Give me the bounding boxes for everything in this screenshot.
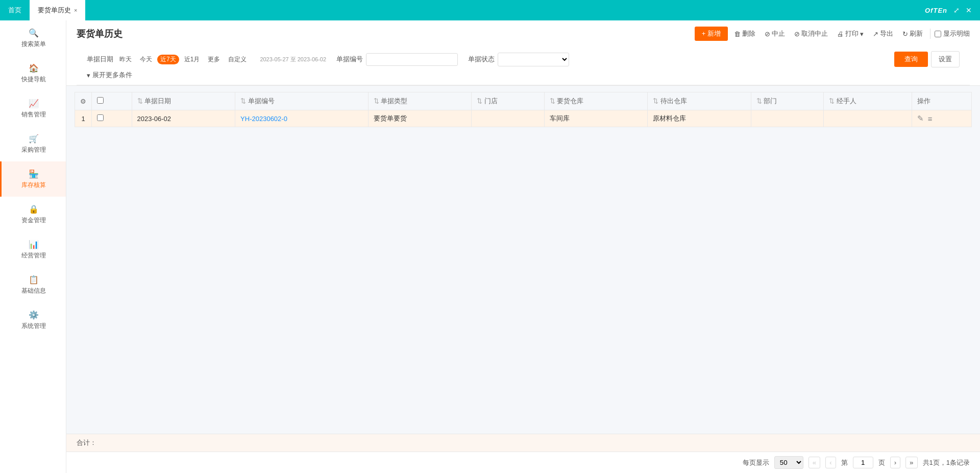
filter-area: 单据日期 昨天 今天 近7天 近1月 更多 自定义 2023-05-27 至 2… — [77, 46, 970, 85]
sort-icon-dept: ⇅ — [756, 97, 762, 105]
row-date: 2023-06-02 — [132, 110, 235, 127]
show-detail-checkbox-wrap[interactable]: 显示明细 — [935, 29, 970, 38]
refresh-icon: ↻ — [902, 30, 908, 38]
tab-purchase-history[interactable]: 要货单历史 × — [30, 0, 85, 20]
page-size-label: 每页显示 — [743, 458, 769, 467]
th-handler-label: 经手人 — [837, 97, 856, 105]
tab-home[interactable]: 首页 — [0, 0, 30, 20]
sidebar-item-inventory-label: 库存核算 — [21, 181, 46, 190]
last-page-button[interactable]: » — [905, 457, 917, 468]
clipboard-icon: 📋 — [29, 274, 39, 285]
date-btn-custom[interactable]: 自定义 — [225, 55, 250, 64]
first-page-button[interactable]: « — [808, 457, 820, 468]
date-btn-today[interactable]: 今天 — [137, 55, 155, 64]
sidebar-item-purchase-mgmt[interactable]: 🛒 采购管理 — [0, 126, 66, 161]
add-button[interactable]: + 新增 — [695, 27, 728, 41]
sidebar-item-quick-nav-label: 快捷导航 — [21, 75, 46, 84]
sidebar-item-finance-label: 资金管理 — [21, 216, 46, 225]
date-btn-1month[interactable]: 近1月 — [181, 55, 203, 64]
window-resize-icon[interactable]: ⤢ — [953, 6, 960, 14]
search-button[interactable]: 查询 — [894, 52, 928, 67]
th-date: ⇅ 单据日期 — [132, 92, 235, 110]
footer-label: 合计： — [77, 439, 96, 446]
th-req-warehouse: ⇅ 要货仓库 — [544, 92, 648, 110]
sidebar-item-sales-mgmt[interactable]: 📈 销售管理 — [0, 91, 66, 126]
tab-close-icon[interactable]: × — [74, 7, 77, 13]
page-header: 要货单历史 + 新增 🗑 删除 ⊘ 中止 ⊘ 取消中止 — [66, 20, 980, 86]
bill-no-input[interactable] — [366, 53, 458, 66]
th-handler: ⇅ 经手人 — [824, 92, 912, 110]
delete-button[interactable]: 🗑 删除 — [731, 27, 758, 40]
prev-page-button[interactable]: ‹ — [825, 457, 836, 468]
show-detail-checkbox[interactable] — [935, 31, 941, 37]
th-gear[interactable]: ⚙ — [75, 92, 92, 110]
sidebar-item-search-menu[interactable]: 🔍 搜索菜单 — [0, 20, 66, 56]
sidebar-item-quick-nav[interactable]: 🏠 快捷导航 — [0, 56, 66, 91]
page-size-select[interactable]: 50 10 20 100 — [774, 456, 803, 469]
status-select[interactable] — [498, 53, 569, 66]
cart-icon: 🛒 — [29, 133, 39, 144]
export-icon: ↗ — [873, 30, 878, 38]
next-page-button[interactable]: › — [890, 457, 900, 468]
sort-icon-billno: ⇅ — [240, 97, 246, 105]
row-dept — [751, 110, 823, 127]
date-btn-7days[interactable]: 近7天 — [157, 55, 179, 64]
page-title-row: 要货单历史 + 新增 🗑 删除 ⊘ 中止 ⊘ 取消中止 — [77, 27, 970, 41]
filter-date-item: 单据日期 昨天 今天 近7天 近1月 更多 自定义 — [87, 55, 250, 64]
th-store: ⇅ 门店 — [472, 92, 544, 110]
expand-more-label: 展开更多条件 — [92, 70, 132, 80]
sidebar-item-inventory[interactable]: 🏪 库存核算 — [0, 161, 66, 197]
table-wrap: ⚙ ⇅ 单据日期 ⇅ 单据编号 ⇅ 单据类型 — [66, 86, 980, 434]
print-button[interactable]: 🖨 打印 ▾ — [834, 27, 867, 40]
date-btn-yesterday[interactable]: 昨天 — [116, 55, 135, 64]
row-checkbox[interactable] — [92, 110, 132, 127]
page-suffix: 页 — [878, 458, 885, 467]
row-edit-icon[interactable]: ✎ — [917, 114, 924, 123]
th-bill-no-label: 单据编号 — [248, 97, 275, 105]
window-close-icon[interactable]: ✕ — [966, 6, 972, 14]
sort-icon-type: ⇅ — [374, 97, 379, 105]
expand-more-btn[interactable]: ▾ 展开更多条件 — [87, 70, 960, 80]
th-bill-no: ⇅ 单据编号 — [235, 92, 369, 110]
sort-icon-pendw: ⇅ — [653, 97, 658, 105]
sort-icon-store: ⇅ — [477, 97, 482, 105]
home-icon: 🏠 — [29, 63, 39, 73]
table-body: 1 2023-06-02 YH-20230602-0 要货单要货 车间库 原材料… — [75, 110, 972, 127]
row-select-checkbox[interactable] — [97, 114, 104, 121]
settings-button[interactable]: 设置 — [931, 51, 960, 67]
sidebar-item-basic-info[interactable]: 📋 基础信息 — [0, 267, 66, 302]
th-dept: ⇅ 部门 — [751, 92, 823, 110]
page-input[interactable] — [853, 457, 873, 468]
lock-icon: 🔒 — [29, 204, 39, 214]
table-row: 1 2023-06-02 YH-20230602-0 要货单要货 车间库 原材料… — [75, 110, 972, 127]
table-footer: 合计： — [66, 434, 980, 452]
sort-icon-reqw: ⇅ — [550, 97, 555, 105]
th-pending-warehouse-label: 待出仓库 — [660, 97, 687, 105]
sidebar-item-operations[interactable]: 📊 经营管理 — [0, 232, 66, 267]
cancel-stop-icon: ⊘ — [794, 30, 800, 38]
th-store-label: 门店 — [484, 97, 498, 105]
row-req-warehouse: 车间库 — [544, 110, 648, 127]
data-table: ⚙ ⇅ 单据日期 ⇅ 单据编号 ⇅ 单据类型 — [75, 92, 972, 127]
sort-icon: ⇅ — [137, 97, 143, 105]
sidebar-item-sys-mgmt-label: 系统管理 — [21, 322, 46, 330]
page-title: 要货单历史 — [77, 28, 122, 40]
th-pending-warehouse: ⇅ 待出仓库 — [648, 92, 751, 110]
page-label: 第 — [841, 458, 848, 467]
sidebar-item-search-menu-label: 搜索菜单 — [21, 40, 46, 49]
chart-icon: 📈 — [29, 98, 39, 108]
export-button[interactable]: ↗ 导出 — [870, 27, 896, 40]
stop-button[interactable]: ⊘ 中止 — [762, 27, 788, 40]
th-actions: 操作 — [912, 92, 971, 110]
sidebar-item-finance[interactable]: 🔒 资金管理 — [0, 197, 66, 232]
refresh-button[interactable]: ↻ 刷新 — [899, 27, 926, 40]
sidebar-item-sys-mgmt[interactable]: ⚙️ 系统管理 — [0, 302, 66, 338]
filter-bill-no-item: 单据编号 — [336, 53, 458, 66]
cancel-stop-button[interactable]: ⊘ 取消中止 — [791, 27, 831, 40]
date-range-text: 2023-05-27 至 2023-06-02 — [260, 56, 326, 63]
bill-no-link[interactable]: YH-20230602-0 — [240, 115, 287, 123]
row-index: 1 — [75, 110, 92, 127]
date-btn-more[interactable]: 更多 — [205, 55, 223, 64]
select-all-checkbox[interactable] — [97, 97, 104, 104]
row-detail-icon[interactable]: ≡ — [928, 114, 933, 123]
